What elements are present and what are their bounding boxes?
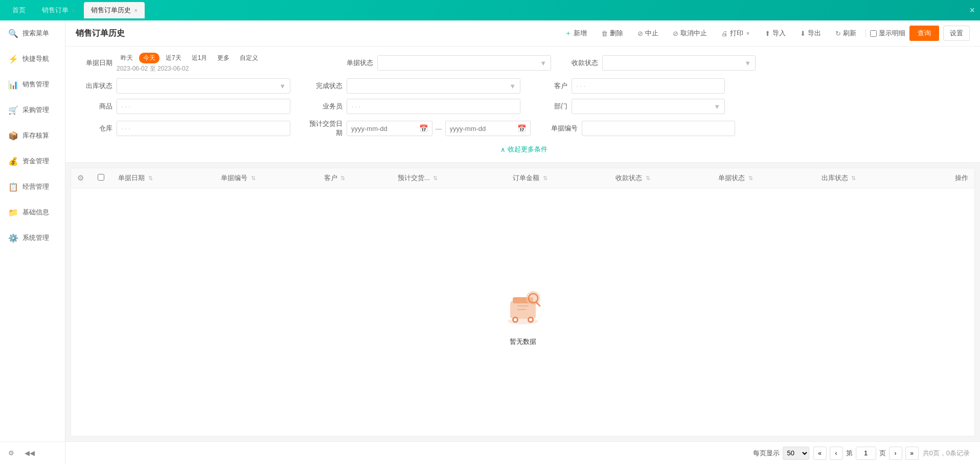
delete-button[interactable]: 🗑 删除 bbox=[596, 26, 628, 40]
tab-sales-order[interactable]: 销售订单 × bbox=[35, 2, 82, 18]
query-button[interactable]: 查询 bbox=[909, 26, 939, 41]
filter-row-3: 商品 ··· 业务员 ··· 部门 ▼ bbox=[76, 99, 970, 114]
th-receipt-status[interactable]: 收款状态 ⇅ bbox=[609, 168, 712, 188]
sidebar-item-inventory[interactable]: 📦 库存核算 bbox=[0, 123, 65, 148]
out-dropdown-icon: ▼ bbox=[279, 82, 286, 90]
customer-input[interactable]: ··· bbox=[572, 78, 725, 94]
collapse-label: 收起更多条件 bbox=[508, 145, 548, 154]
out-status-label: 出库状态 bbox=[76, 81, 117, 91]
calendar-start-icon[interactable]: 📅 bbox=[419, 124, 428, 132]
date-tags: 昨天 今天 近7天 近1月 更多 自定义 bbox=[117, 53, 321, 63]
expected-date-end[interactable] bbox=[450, 125, 518, 132]
sidebar-item-purchase-mgmt[interactable]: 🛒 采购管理 bbox=[0, 97, 65, 123]
table-area: ⚙ 单据日期 ⇅ 单据编号 ⇅ bbox=[71, 168, 975, 436]
th-expected-date[interactable]: 预计交货... ⇅ bbox=[392, 168, 507, 188]
date-tag-yesterday[interactable]: 昨天 bbox=[117, 53, 137, 63]
page-title: 销售订单历史 bbox=[76, 28, 125, 39]
date-tag-custom[interactable]: 自定义 bbox=[236, 53, 262, 63]
th-number-label: 单据编号 bbox=[221, 174, 247, 182]
window-close-button[interactable]: × bbox=[969, 5, 975, 16]
first-page-button[interactable]: « bbox=[813, 447, 827, 460]
date-tag-today[interactable]: 今天 bbox=[139, 53, 159, 63]
date-tag-more[interactable]: 更多 bbox=[213, 53, 234, 63]
add-button[interactable]: ＋ 新增 bbox=[560, 26, 592, 40]
refresh-button[interactable]: ↻ 刷新 bbox=[830, 26, 861, 40]
table-header-row: ⚙ 单据日期 ⇅ 单据编号 ⇅ bbox=[71, 168, 974, 188]
prev-page-button[interactable]: ‹ bbox=[830, 447, 843, 460]
finance-icon: 💰 bbox=[8, 157, 18, 166]
th-out-status[interactable]: 出库状态 ⇅ bbox=[815, 168, 918, 188]
tab-sales-order-history-label: 销售订单历史 bbox=[91, 6, 131, 15]
settings-label: 设置 bbox=[950, 29, 963, 37]
page-size-dropdown[interactable]: 50 10 20 100 bbox=[783, 447, 809, 460]
display-dense-checkbox[interactable] bbox=[870, 30, 877, 37]
sidebar-settings-icon[interactable]: ⚙ bbox=[8, 449, 14, 457]
export-button[interactable]: ⬇ 导出 bbox=[795, 26, 826, 40]
status-select[interactable]: ▼ bbox=[377, 55, 551, 71]
stop-label: 中止 bbox=[645, 29, 658, 38]
salesperson-input[interactable]: ··· bbox=[347, 99, 520, 114]
sidebar-collapse-icon[interactable]: ◀◀ bbox=[25, 449, 35, 457]
sidebar-item-quick-nav[interactable]: ⚡ 快捷导航 bbox=[0, 46, 65, 72]
th-date[interactable]: 单据日期 ⇅ bbox=[112, 168, 215, 188]
import-button[interactable]: ⬆ 导入 bbox=[760, 26, 791, 40]
goods-input[interactable]: ··· bbox=[117, 99, 290, 114]
expected-date-start[interactable] bbox=[351, 125, 419, 132]
settings-icon[interactable]: ⚙ bbox=[77, 173, 84, 182]
filter-area: 单据日期 昨天 今天 近7天 近1月 更多 自定义 2023-06-02 至 2… bbox=[65, 47, 980, 163]
stop-icon: ⊘ bbox=[637, 30, 643, 37]
tab-home[interactable]: 首页 bbox=[5, 2, 33, 18]
collapse-bar[interactable]: ∧ 收起更多条件 bbox=[76, 143, 970, 156]
department-select[interactable]: ▼ bbox=[572, 99, 725, 114]
sidebar-item-operations-label: 经营管理 bbox=[22, 182, 49, 191]
th-amount[interactable]: 订单金额 ⇅ bbox=[507, 168, 609, 188]
select-all-checkbox[interactable] bbox=[98, 174, 104, 181]
sidebar-item-basic-info[interactable]: 📁 基础信息 bbox=[0, 200, 65, 225]
th-customer[interactable]: 客户 ⇅ bbox=[318, 168, 392, 188]
department-dropdown-icon: ▼ bbox=[714, 103, 720, 111]
tab-home-label: 首页 bbox=[12, 6, 26, 15]
warehouse-input[interactable]: ··· bbox=[117, 121, 290, 136]
th-settings[interactable]: ⚙ bbox=[71, 168, 92, 188]
th-date-label: 单据日期 bbox=[118, 174, 145, 182]
receipt-status-select[interactable]: ▼ bbox=[602, 55, 756, 71]
sidebar-item-operations[interactable]: 📋 经营管理 bbox=[0, 174, 65, 200]
complete-select[interactable]: ▼ bbox=[347, 78, 520, 94]
settings-button[interactable]: 设置 bbox=[943, 26, 970, 41]
last-page-button[interactable]: » bbox=[905, 447, 919, 460]
import-label: 导入 bbox=[772, 29, 786, 38]
tab-sales-order-close[interactable]: × bbox=[72, 7, 75, 13]
display-dense-label[interactable]: 显示明细 bbox=[870, 29, 905, 38]
th-check[interactable] bbox=[92, 168, 112, 188]
display-dense-text: 显示明细 bbox=[879, 29, 905, 38]
print-button[interactable]: 🖨 打印 ▼ bbox=[716, 26, 756, 40]
date-tag-1month[interactable]: 近1月 bbox=[188, 53, 212, 63]
th-number[interactable]: 单据编号 ⇅ bbox=[215, 168, 317, 188]
tab-sales-order-label: 销售订单 bbox=[42, 6, 69, 15]
th-bill-status[interactable]: 单据状态 ⇅ bbox=[712, 168, 815, 188]
sidebar-item-search-menu[interactable]: 🔍 搜索菜单 bbox=[0, 20, 65, 46]
sidebar-item-finance[interactable]: 💰 资金管理 bbox=[0, 148, 65, 174]
pagination: 每页显示 50 10 20 100 « ‹ 第 页 › » 共0页，0条记录 bbox=[65, 441, 980, 464]
tab-sales-order-history[interactable]: 销售订单历史 × bbox=[84, 2, 144, 18]
page-number-input[interactable] bbox=[856, 447, 876, 460]
next-page-button[interactable]: › bbox=[889, 447, 902, 460]
stop-button[interactable]: ⊘ 中止 bbox=[632, 26, 664, 40]
date-tag-7days[interactable]: 近7天 bbox=[162, 53, 186, 63]
tab-sales-order-history-close[interactable]: × bbox=[134, 7, 137, 13]
order-no-input[interactable] bbox=[582, 121, 735, 136]
sidebar-item-sales-mgmt[interactable]: 📊 销售管理 bbox=[0, 72, 65, 97]
sidebar-item-system-mgmt[interactable]: ⚙️ 系统管理 bbox=[0, 225, 65, 251]
operations-icon: 📋 bbox=[8, 182, 18, 192]
cancel-stop-button[interactable]: ⊘ 取消中止 bbox=[668, 26, 712, 40]
empty-state: 暂无数据 bbox=[71, 188, 974, 436]
export-label: 导出 bbox=[808, 29, 821, 38]
refresh-label: 刷新 bbox=[843, 29, 856, 38]
print-icon: 🖨 bbox=[721, 30, 728, 37]
table-head: ⚙ 单据日期 ⇅ 单据编号 ⇅ bbox=[71, 168, 974, 188]
th-out-status-label: 出库状态 bbox=[822, 174, 848, 182]
status-label: 单据状态 bbox=[336, 58, 377, 68]
out-status-select[interactable]: ▼ bbox=[117, 78, 290, 94]
calendar-end-icon[interactable]: 📅 bbox=[517, 124, 526, 132]
th-receipt-status-label: 收款状态 bbox=[616, 174, 642, 182]
